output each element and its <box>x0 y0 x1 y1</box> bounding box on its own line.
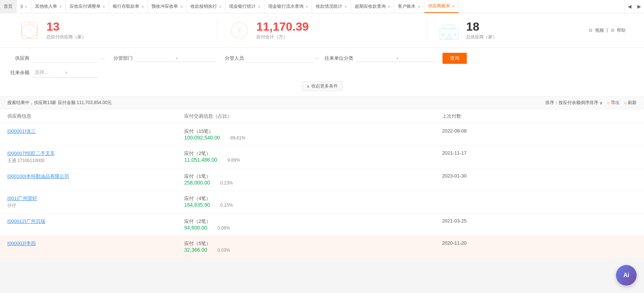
transaction-cell-6: 应付（5笔） 32,366.00 0.03% <box>184 240 442 253</box>
nav-label-receipt-verify: 收款核销执行 <box>190 3 217 10</box>
table-row: [000007]恒旺二手叉车 王通 17106110000 应付（2笔） 11,… <box>0 146 644 169</box>
table-row: [000002]李四 应付（5笔） 32,366.00 0.03% 2020-1… <box>0 236 644 258</box>
lastpay-cell-1: 2022-08-08 <box>442 128 637 134</box>
supplier-link-5[interactable]: [000012]广州贝瑞 <box>7 218 184 225</box>
svg-rect-10 <box>445 37 453 39</box>
supplier-link-6[interactable]: [000002]李四 <box>7 240 184 247</box>
help-link[interactable]: ⊙ 帮助 <box>611 27 626 34</box>
table-row: [000001]张三 应付（15笔） 100,092,540.00 89.61%… <box>0 124 644 146</box>
person-label: 分管人员 <box>222 55 244 62</box>
supplier-link-1[interactable]: [000001]张三 <box>7 128 184 135</box>
table-row: [001]广州荣轩 仔仔 应付（4笔） 164,635.90 0.15% <box>0 191 644 214</box>
collapse-button[interactable]: ∧ 收起更多条件 <box>302 81 343 91</box>
close-bank-icon[interactable]: × <box>141 4 144 9</box>
tx-type-2: 应付（2笔） <box>184 150 442 157</box>
close-receipt-verify-icon[interactable]: × <box>219 4 221 9</box>
nav-item-ar-ap-adjust[interactable]: 应收应付调整单 × <box>66 0 109 13</box>
nav-item-supplier-book[interactable]: 供应商账本 × <box>424 0 459 13</box>
tx-amount-3[interactable]: 258,000.00 <box>184 180 210 186</box>
supplier-cell-5: [000012]广州贝瑞 <box>7 218 184 225</box>
nav-item-home[interactable]: 首页 <box>0 0 17 13</box>
tx-info-4: 应付（4笔） 164,635.90 0.15% <box>184 195 442 208</box>
tx-info-2: 应付（2笔） 11,051,486.00 9.89% <box>184 150 442 163</box>
person-dots-icon[interactable]: ··· <box>315 55 319 61</box>
nav-item-cash-bank-flow[interactable]: 现金银行流水查询 × <box>265 0 312 13</box>
balance-select[interactable]: 选择... ∨ <box>32 68 98 77</box>
last-pay-date-3: 2023-01-30 <box>442 173 467 179</box>
filter-dept: 分管部门 ∨ <box>111 55 216 62</box>
stat-label-payable-total: 应付合计（万） <box>256 34 309 40</box>
tx-type-4: 应付（4笔） <box>184 195 442 202</box>
tx-amount-1[interactable]: 100,092,540.00 <box>184 135 220 141</box>
close-other-income-icon[interactable]: × <box>59 4 62 9</box>
video-link[interactable]: ⊙ 视频 <box>589 27 603 34</box>
nav-item-pre-receipt[interactable]: 预收冲应收单 × <box>148 0 186 13</box>
nav-next-button[interactable]: ▶ <box>634 0 644 13</box>
nav-item-tab3[interactable]: 3 × <box>17 0 31 13</box>
nav-item-bank-deposit[interactable]: 银行存取款单 × <box>109 0 148 13</box>
results-summary: 搜索结果中，供应商13家 应付金额 111,703,854.00元 <box>7 100 112 106</box>
stat-card-payable-total: ¥ 11,170.39 应付合计（万） <box>217 19 427 41</box>
stat-label-total-suppliers: 总供应商（家） <box>466 34 497 40</box>
lastpay-cell-6: 2020-11-20 <box>442 240 637 246</box>
nav-item-other-income[interactable]: 其他收入单 × <box>31 0 66 13</box>
close-supplier-book-icon[interactable]: × <box>452 4 455 8</box>
supplier-input[interactable] <box>32 54 98 63</box>
supplier-cell-1: [000001]张三 <box>7 128 184 135</box>
person-input[interactable] <box>246 54 312 63</box>
export-button[interactable]: ○ 导出 <box>607 100 620 106</box>
tx-percent-1: 89.61% <box>230 135 245 141</box>
supplier-dots-icon[interactable]: ··· <box>100 55 105 61</box>
supplier-link-2[interactable]: [000007]恒旺二手叉车 <box>7 150 184 157</box>
category-select[interactable]: ∨ <box>356 55 437 62</box>
sort-button[interactable]: 排序：按应付余额倒序排序 ∨ <box>545 100 603 106</box>
supplier-cell-4: [001]广州荣轩 仔仔 <box>7 195 184 209</box>
nav-item-overdue-ar[interactable]: 超期应收款查询 × <box>351 0 394 13</box>
tx-type-3: 应付（1笔） <box>184 173 442 180</box>
search-button[interactable]: 查询 <box>442 53 467 64</box>
tx-info-1: 应付（15笔） 100,092,540.00 89.61% <box>184 128 442 141</box>
nav-item-receipt-stat[interactable]: 收款情况统计 × <box>312 0 351 13</box>
last-pay-date-5: 2021-03-25 <box>442 218 467 224</box>
close-pre-receipt-icon[interactable]: × <box>180 4 182 9</box>
close-tab3-icon[interactable]: × <box>25 4 27 9</box>
close-customer-book-icon[interactable]: × <box>418 4 420 9</box>
sort-area: 排序：按应付余额倒序排序 ∨ ○ 导出 ○ 刷新 <box>545 100 637 106</box>
supplier-link-4[interactable]: [001]广州荣轩 <box>7 195 184 202</box>
tx-amount-2[interactable]: 11,051,486.00 <box>184 157 217 163</box>
lastpay-cell-3: 2023-01-30 <box>442 173 637 179</box>
nav-label-home: 首页 <box>4 3 13 10</box>
refresh-button[interactable]: ○ 刷新 <box>624 100 637 106</box>
filter-person: 分管人员 ··· <box>222 54 319 63</box>
nav-item-customer-book[interactable]: 客户账本 × <box>394 0 424 13</box>
close-receipt-stat-icon[interactable]: × <box>344 4 347 9</box>
stat-card-total-suppliers: 18 总供应商（家） ⊙ 视频 | ⊙ 帮助 <box>427 19 637 41</box>
nav-item-cash-bank-stat[interactable]: 现金银行统计 × <box>225 0 264 13</box>
col-header-supplier: 供应商信息 <box>7 113 184 120</box>
dept-select[interactable]: ∨ <box>135 55 216 62</box>
close-cash-bank-flow-icon[interactable]: × <box>306 4 308 9</box>
stat-card-payable-suppliers: ◇ 13 总应付供应商（家） <box>7 19 217 41</box>
lastpay-cell-2: 2021-11-17 <box>442 150 637 156</box>
supplier-sub-2: 王通 17106110000 <box>7 158 184 164</box>
supplier-cell-6: [000002]李四 <box>7 240 184 247</box>
supplier-link-3[interactable]: [000100]本特勤油品有限公司 <box>7 173 184 180</box>
tx-amount-5[interactable]: 94,600.00 <box>184 225 207 231</box>
nav-item-receipt-verify[interactable]: 收款核销执行 × <box>187 0 225 13</box>
stat-value-payable-suppliers: 13 <box>46 21 86 32</box>
category-dropdown-icon: ∨ <box>396 56 434 60</box>
tx-amount-4[interactable]: 164,635.90 <box>184 202 210 208</box>
tx-info-3: 应付（1笔） 258,000.00 0.23% <box>184 173 442 186</box>
table-row: [000100]本特勤油品有限公司 应付（1笔） 258,000.00 0.23… <box>0 169 644 191</box>
close-ar-ap-icon[interactable]: × <box>103 4 105 9</box>
close-cash-bank-stat-icon[interactable]: × <box>258 4 260 9</box>
data-table: 供应商信息 应付交易信息（占比） 上次付数 [000001]张三 应付（15笔）… <box>0 109 644 258</box>
nav-prev-button[interactable]: ◀ <box>625 0 634 13</box>
nav-label-cash-bank-stat: 现金银行统计 <box>229 3 256 10</box>
tx-info-6: 应付（5笔） 32,366.00 0.03% <box>184 240 442 253</box>
tx-amount-6[interactable]: 32,366.00 <box>184 247 207 253</box>
refresh-circle-icon: ○ <box>624 100 627 106</box>
nav-label-receipt-stat: 收款情况统计 <box>316 3 342 10</box>
close-overdue-ar-icon[interactable]: × <box>388 4 390 9</box>
tx-percent-6: 0.03% <box>217 248 230 253</box>
